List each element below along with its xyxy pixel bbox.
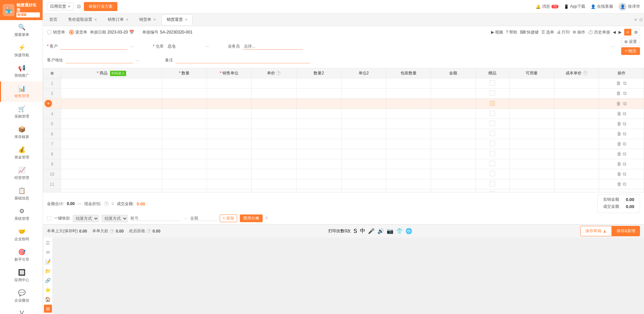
add-logistics-btn[interactable]: + 物流 xyxy=(621,47,640,55)
account-select-icon[interactable]: ··· xyxy=(183,216,187,221)
amount-cell[interactable] xyxy=(431,78,476,88)
copy-row-icon[interactable]: ⧉ xyxy=(623,141,626,146)
gift-checkbox[interactable] xyxy=(490,161,495,166)
unit-cell[interactable] xyxy=(207,78,252,88)
sidebar-item-inventory[interactable]: 📦 库存核算 xyxy=(0,122,43,143)
maximize-icon[interactable]: ⊡ xyxy=(639,17,643,22)
gift-cell[interactable] xyxy=(476,78,509,88)
gift-checkbox[interactable] xyxy=(490,131,495,136)
industry-selector[interactable]: 日用百货 ▼ xyxy=(47,3,74,10)
tab-price-extract-close-icon[interactable]: ✕ xyxy=(94,18,97,21)
tool2-icon[interactable]: 🎤 xyxy=(368,228,375,234)
sidebar-item-purchase[interactable]: 🛒 采购管理 xyxy=(0,102,43,122)
qty2-cell[interactable] xyxy=(297,78,341,88)
tool4-icon[interactable]: 📷 xyxy=(387,228,393,234)
amount-cell[interactable] xyxy=(431,88,476,99)
calc-method-select[interactable]: 结算方式 xyxy=(102,215,128,222)
copy-row-icon[interactable]: ⧉ xyxy=(623,171,626,177)
address-select-icon[interactable]: ··· xyxy=(136,58,140,63)
available-cell[interactable] xyxy=(509,78,554,88)
settings-btn[interactable]: ⚙ 设置 xyxy=(621,38,640,46)
topbar-gear-icon[interactable]: ⚙ xyxy=(76,3,81,10)
sidebar-item-search[interactable]: 🔍 搜索菜单 xyxy=(0,20,43,41)
tool6-icon[interactable]: 🌐 xyxy=(406,228,412,234)
rp-icon-1[interactable]: ☰ xyxy=(44,239,52,247)
qty-cell[interactable] xyxy=(162,78,207,88)
delete-row-icon[interactable]: 🗑 xyxy=(617,111,622,116)
sidebar-item-sales[interactable]: 📊 销售管理 xyxy=(0,81,43,102)
close-window-icon[interactable]: ✕ xyxy=(634,17,637,22)
delete-row-icon[interactable]: 🗑 xyxy=(617,121,622,126)
tool1-icon[interactable]: 中 xyxy=(360,228,365,235)
delete-row-icon[interactable]: 🗑 xyxy=(617,161,622,167)
rp-icon-2[interactable]: ✉ xyxy=(44,248,52,256)
gift-checkbox[interactable] xyxy=(490,121,495,126)
account-input[interactable] xyxy=(130,216,181,221)
tab-price-extract[interactable]: 售价提取设置 ✕ xyxy=(63,14,102,25)
sidebar-item-marketing[interactable]: 📢 营销推广 xyxy=(0,61,43,81)
operate-btn[interactable]: ⚙ 操作 xyxy=(573,29,585,35)
discount-help-icon[interactable]: ? xyxy=(104,201,109,206)
product-input-active[interactable] xyxy=(62,101,160,106)
delete-row-icon[interactable]: 🗑 xyxy=(617,181,622,187)
copy-row-icon[interactable]: ⧉ xyxy=(623,151,626,156)
sidebar-item-quick-nav[interactable]: ⚡ 快捷导航 xyxy=(0,41,43,61)
pack-cell[interactable] xyxy=(386,78,431,88)
qty2-cell[interactable] xyxy=(297,99,341,109)
experience-btn[interactable]: 体验行业方案 xyxy=(84,2,117,11)
gift-checkbox[interactable] xyxy=(490,80,495,85)
debt-help-icon[interactable]: ? xyxy=(110,229,114,234)
tab-sales-order[interactable]: 销售订单 ✕ xyxy=(103,14,133,25)
price-cell[interactable] xyxy=(252,78,297,88)
calendar-icon[interactable]: 📅 xyxy=(129,30,134,35)
copy-row-icon[interactable]: ⧉ xyxy=(623,101,627,106)
customer-input[interactable] xyxy=(60,43,127,50)
sidebar-item-member[interactable]: V 畅会员 xyxy=(0,306,43,314)
delete-row-icon[interactable]: 🗑 xyxy=(617,151,622,156)
address-input[interactable] xyxy=(66,57,133,63)
qty-cell[interactable] xyxy=(162,88,207,99)
amount-input[interactable] xyxy=(190,216,217,221)
sidebar-item-operation[interactable]: 📈 经营管理 xyxy=(0,163,43,184)
save-new-btn[interactable]: 保存&新增 xyxy=(612,226,640,236)
price-cell[interactable] xyxy=(252,88,297,99)
note-input[interactable] xyxy=(176,57,310,63)
rp-icon-active[interactable]: ⊞ xyxy=(44,305,52,313)
sidebar-item-basic-info[interactable]: 📋 基础信息 xyxy=(0,184,43,204)
rp-icon-4[interactable]: 📁 xyxy=(44,267,52,275)
gift-checkbox[interactable] xyxy=(490,181,495,186)
gift-checkbox[interactable] xyxy=(490,101,495,106)
product-cell[interactable] xyxy=(61,88,162,99)
rp-icon-6[interactable]: ⭐ xyxy=(44,286,52,294)
tab-sales-order-close-icon[interactable]: ✕ xyxy=(126,18,128,21)
available-cell[interactable] xyxy=(509,88,554,99)
pack-cell[interactable] xyxy=(386,99,431,109)
tab-sales-invoice[interactable]: 销货单 ✕ xyxy=(134,14,161,25)
app-download-btn[interactable]: 📱 App下载 xyxy=(564,4,585,9)
rp-icon-3[interactable]: 📝 xyxy=(44,258,52,266)
price-help-icon[interactable]: ? xyxy=(276,71,281,75)
salesperson-select-icon[interactable]: ··· xyxy=(610,44,614,49)
product-cell-active[interactable] xyxy=(61,99,162,109)
online-service-btn[interactable]: 👤 在线客服 xyxy=(591,4,613,9)
cost-cell[interactable] xyxy=(554,88,599,99)
copy-row-icon[interactable]: ⧉ xyxy=(623,131,626,136)
gift-cell[interactable] xyxy=(476,88,509,99)
list-view-btn[interactable]: ≡ xyxy=(624,29,631,36)
delete-row-icon[interactable]: 🗑 xyxy=(616,80,621,86)
pack-cell[interactable] xyxy=(386,88,431,99)
sidebar-item-system[interactable]: ⚙ 系统管理 xyxy=(0,204,43,225)
save-draft-btn[interactable]: 保存草稿 ▲ xyxy=(580,226,612,236)
rp-icon-5[interactable]: 🔗 xyxy=(44,276,52,285)
product-cell[interactable] xyxy=(61,78,162,88)
copy-row-icon[interactable]: ⧉ xyxy=(623,161,626,167)
qty-cell[interactable] xyxy=(162,99,207,109)
sidebar-item-collab[interactable]: 🤝 企业协同 xyxy=(0,225,43,245)
copy-row-icon[interactable]: ⧉ xyxy=(623,111,626,116)
th-settings[interactable]: ⚙ xyxy=(43,68,61,78)
unit2-cell[interactable] xyxy=(341,99,386,109)
expense-split-btn[interactable]: 费用分摊 xyxy=(240,214,263,222)
sogou-icon[interactable]: S xyxy=(354,228,357,234)
gift-checkbox[interactable] xyxy=(490,90,495,96)
video-btn[interactable]: ▶ 视频 xyxy=(491,29,503,35)
